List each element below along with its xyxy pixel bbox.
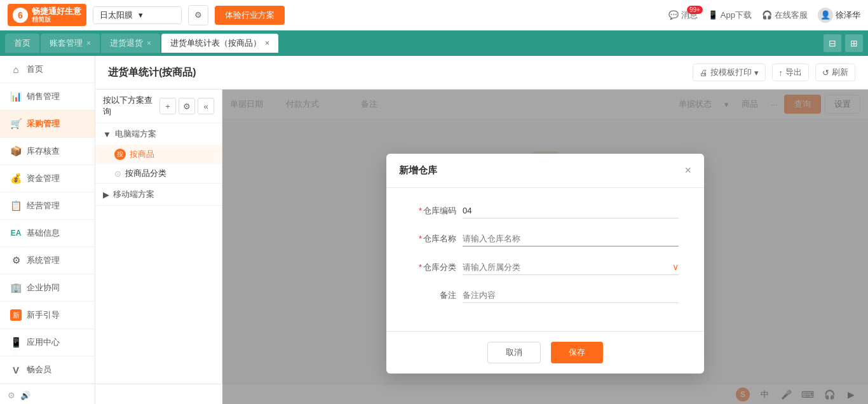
modal-close-button[interactable]: ×: [684, 164, 691, 177]
form-row-note: 备注: [412, 288, 679, 303]
chevron-down-icon: ▾: [139, 10, 175, 20]
sidebar-item-guide[interactable]: 新 新手引导: [0, 302, 95, 329]
collapse-panel-button[interactable]: «: [198, 98, 214, 114]
tab-accounts-label: 账套管理: [50, 37, 83, 49]
scheme-settings-button[interactable]: ⚙: [179, 98, 195, 114]
code-input[interactable]: [463, 203, 679, 219]
vip-icon: V: [10, 364, 22, 375]
home-icon: ⌂: [10, 64, 22, 75]
sidebar-item-vip[interactable]: V 畅会员: [0, 356, 95, 384]
scheme-by-product-category[interactable]: ⊙ 按商品分类: [95, 164, 222, 183]
expand-window-button[interactable]: ⊞: [845, 34, 863, 52]
required-mark-name: *: [419, 234, 422, 243]
tab-purchase-returns[interactable]: 进货退货 ×: [101, 34, 160, 53]
store-name: 日太阳膜: [100, 10, 136, 21]
basic-info-icon: EA: [10, 227, 22, 239]
export-button[interactable]: ↑ 导出: [772, 64, 810, 81]
sidebar-item-guide-label: 新手引导: [27, 309, 60, 321]
sales-icon: 📊: [10, 91, 22, 102]
settings-button[interactable]: ⚙: [188, 5, 208, 25]
export-label: 导出: [785, 67, 802, 78]
online-service-label: 在线客服: [775, 10, 808, 21]
scheme-by-product[interactable]: 按 按商品: [95, 145, 222, 164]
by-product-label: 按商品: [130, 149, 154, 160]
tab-purchase-returns-close-icon[interactable]: ×: [147, 39, 151, 48]
sidebar-item-finance-label: 资金管理: [27, 173, 60, 184]
name-input[interactable]: [463, 231, 679, 246]
refresh-button[interactable]: ↺ 刷新: [815, 64, 855, 81]
sidebar-item-enterprise[interactable]: 🏢 企业协同: [0, 274, 95, 302]
modal-overlay: 新增仓库 × *仓库编码: [222, 90, 868, 404]
sidebar-item-sales[interactable]: 📊 销售管理: [0, 83, 95, 111]
add-icon: +: [165, 102, 170, 111]
tab-purchase-stats-close-icon[interactable]: ×: [265, 39, 269, 48]
sidebar-item-operations-label: 经营管理: [27, 200, 60, 212]
print-button[interactable]: 🖨 按模板打印 ▾: [693, 64, 766, 81]
topbar-right: 💬 消息 99+ 📱 App下载 🎧 在线客服 👤 徐泽华: [668, 8, 860, 23]
by-category-icon: ⊙: [114, 169, 121, 178]
gear-icon: ⚙: [194, 10, 202, 20]
sidebar-item-enterprise-label: 企业协同: [27, 282, 60, 293]
operations-icon: 📋: [10, 200, 22, 212]
inventory-icon: 📦: [10, 145, 22, 157]
note-input[interactable]: [463, 288, 679, 303]
tab-home[interactable]: 首页: [5, 34, 39, 53]
purchase-icon: 🛒: [10, 118, 22, 130]
logo-sub: 精简版: [32, 16, 81, 24]
sidebar-item-basic-info[interactable]: EA 基础信息: [0, 220, 95, 247]
page-title: 进货单统计(按商品): [108, 66, 196, 79]
left-filter-panel: 按以下方案查询 + ⚙ «: [95, 90, 222, 404]
cancel-button[interactable]: 取消: [487, 342, 541, 363]
pc-schemes-expand-icon: ▼: [103, 130, 111, 139]
sidebar-item-operations[interactable]: 📋 经营管理: [0, 192, 95, 220]
mobile-schemes-label: 移动端方案: [113, 189, 154, 200]
sidebar-item-home[interactable]: ⌂ 首页: [0, 56, 95, 83]
restore-window-button[interactable]: ⊟: [824, 34, 841, 52]
store-selector[interactable]: 日太阳膜 ▾: [93, 6, 182, 24]
message-badge: 99+: [687, 6, 703, 14]
try-industry-button[interactable]: 体验行业方案: [215, 6, 285, 25]
form-row-code: *仓库编码: [412, 203, 679, 219]
tab-accounts-close-icon[interactable]: ×: [86, 39, 91, 48]
tab-purchase-stats[interactable]: 进货单统计表（按商品） ×: [161, 34, 278, 53]
add-scheme-button[interactable]: +: [159, 98, 176, 114]
sidebar-item-purchase-label: 采购管理: [27, 118, 60, 130]
content-area: 进货单统计(按商品) 🖨 按模板打印 ▾ ↑ 导出 ↺ 刷新: [95, 56, 868, 404]
enterprise-icon: 🏢: [10, 282, 22, 293]
sidebar-item-purchase[interactable]: 🛒 采购管理: [0, 111, 95, 138]
sidebar-speaker-icon[interactable]: 🔊: [20, 391, 31, 400]
app-download-button[interactable]: 📱 App下载: [708, 10, 752, 21]
sidebar-settings-icon[interactable]: ⚙: [8, 391, 15, 400]
content-actions: 🖨 按模板打印 ▾ ↑ 导出 ↺ 刷新: [693, 64, 856, 81]
message-icon: 💬: [668, 10, 679, 20]
tab-home-label: 首页: [14, 37, 31, 49]
logo-main: 畅捷通好生意: [32, 6, 81, 17]
category-select[interactable]: ∨: [463, 259, 679, 275]
new-warehouse-modal: 新增仓库 × *仓库编码: [386, 154, 704, 374]
message-button[interactable]: 💬 消息 99+: [668, 10, 698, 21]
sidebar-item-finance[interactable]: 💰 资金管理: [0, 165, 95, 192]
note-label: 备注: [412, 290, 456, 301]
online-service-button[interactable]: 🎧 在线客服: [762, 10, 808, 21]
tab-purchase-stats-label: 进货单统计表（按商品）: [170, 37, 261, 49]
tabbar: 首页 账套管理 × 进货退货 × 进货单统计表（按商品） × ⊟ ⊞: [0, 30, 868, 56]
pc-schemes-header[interactable]: ▼ 电脑端方案: [95, 123, 222, 145]
user-menu[interactable]: 👤 徐泽华: [818, 8, 860, 23]
save-button[interactable]: 保存: [551, 342, 603, 363]
modal-title: 新增仓库: [399, 165, 437, 177]
by-product-category-label: 按商品分类: [125, 168, 166, 179]
pc-schemes-section: ▼ 电脑端方案 按 按商品 ⊙ 按商品分类: [95, 123, 222, 184]
code-label: *仓库编码: [412, 205, 456, 217]
sidebar-item-app-center[interactable]: 📱 应用中心: [0, 329, 95, 356]
logo: 6 畅捷通好生意 精简版: [8, 4, 86, 27]
scheme-settings-icon: ⚙: [183, 102, 191, 111]
sidebar: ⌂ 首页 📊 销售管理 🛒 采购管理 📦 库存核查 💰 资金管理 📋 经营管理 …: [0, 56, 95, 404]
content-header: 进货单统计(按商品) 🖨 按模板打印 ▾ ↑ 导出 ↺ 刷新: [95, 56, 868, 90]
sidebar-item-system[interactable]: ⚙ 系统管理: [0, 247, 95, 274]
print-chevron-icon: ▾: [754, 68, 759, 77]
category-input[interactable]: [463, 262, 672, 272]
mobile-schemes-expand-icon: ▶: [103, 190, 109, 199]
sidebar-item-inventory[interactable]: 📦 库存核查: [0, 138, 95, 165]
tab-accounts[interactable]: 账套管理 ×: [41, 34, 100, 53]
mobile-schemes-header[interactable]: ▶ 移动端方案: [95, 184, 222, 205]
